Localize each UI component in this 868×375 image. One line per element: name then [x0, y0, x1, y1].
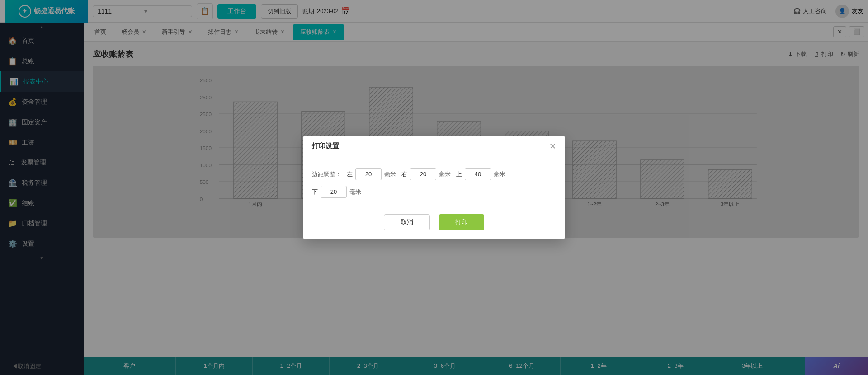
- left-margin-group: 左 毫米: [347, 168, 396, 180]
- bottom-label: 下: [312, 188, 318, 196]
- right-margin-group: 右 毫米: [401, 168, 451, 180]
- bottom-margin-group: 下 毫米: [312, 186, 361, 198]
- confirm-print-button[interactable]: 打印: [439, 214, 484, 230]
- top-unit: 毫米: [494, 170, 505, 178]
- bottom-margin-input[interactable]: [321, 186, 347, 198]
- print-dialog: 打印设置 ✕ 边距调整： 左 毫米 右 毫米 上: [303, 136, 565, 239]
- left-margin-input[interactable]: [355, 168, 382, 180]
- cancel-button[interactable]: 取消: [384, 214, 430, 230]
- margin-row: 边距调整： 左 毫米 右 毫米 上 毫米 下: [312, 168, 556, 198]
- top-label: 上: [456, 170, 462, 178]
- top-margin-input[interactable]: [465, 168, 491, 180]
- right-unit: 毫米: [439, 170, 451, 178]
- left-unit: 毫米: [384, 170, 396, 178]
- modal-body: 边距调整： 左 毫米 右 毫米 上 毫米 下: [303, 157, 565, 207]
- right-label: 右: [401, 170, 407, 178]
- margin-label: 边距调整：: [312, 170, 341, 178]
- modal-overlay: 打印设置 ✕ 边距调整： 左 毫米 右 毫米 上: [0, 0, 868, 375]
- modal-footer: 取消 打印: [303, 207, 565, 239]
- right-margin-input[interactable]: [410, 168, 436, 180]
- modal-title: 打印设置: [312, 142, 339, 150]
- modal-close-button[interactable]: ✕: [549, 142, 556, 150]
- modal-header: 打印设置 ✕: [303, 136, 565, 157]
- left-label: 左: [347, 170, 353, 178]
- top-margin-group: 上 毫米: [456, 168, 505, 180]
- bottom-unit: 毫米: [349, 188, 361, 196]
